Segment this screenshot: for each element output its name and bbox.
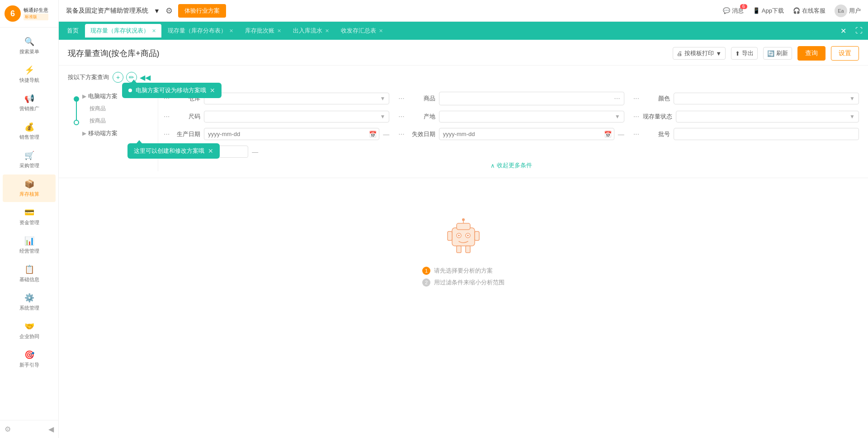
sidebar-item-basic[interactable]: 📋 基础信息: [3, 260, 56, 287]
add-icon: +: [116, 74, 120, 81]
header-right: 💬 消息 6 📱 App下载 🎧 在线客服 Ea 用户: [723, 5, 861, 17]
industry-btn[interactable]: 体验行业方案: [178, 4, 226, 18]
expire-date-from: 📅: [439, 128, 614, 140]
warehouse-select[interactable]: ▼: [204, 93, 389, 104]
tab-bar-close-btn[interactable]: ✕: [838, 26, 849, 36]
print-btn[interactable]: 🖨 按模板打印 ▼: [673, 47, 726, 60]
prod-date-dots[interactable]: ···: [164, 130, 170, 138]
filter-section: 按以下方案查询 + ✏ ◀◀ 电脑方案可设为移动方案哦 ✕: [59, 66, 868, 178]
color-dots[interactable]: ···: [633, 94, 639, 103]
search-menu-icon: 🔍: [24, 37, 34, 47]
export-btn[interactable]: ⬆ 导出: [731, 47, 758, 60]
sidebar-nav: 🔍 搜索菜单 ⚡ 快捷导航 📢 营销推广 💰 销售管理 🛒 采购管理 📦 库存核…: [0, 28, 58, 420]
sidebar-item-purchase[interactable]: 🛒 采购管理: [3, 146, 56, 174]
header-settings-icon[interactable]: ⚙: [165, 6, 173, 16]
tab-inventory-dist[interactable]: 现存量（库存分布表） ✕: [162, 24, 239, 38]
tab-recv-summary[interactable]: 收发存汇总表 ✕: [335, 24, 388, 38]
marketing-icon: 📢: [24, 94, 34, 104]
filter-arrow-btn[interactable]: ◀◀: [140, 73, 151, 82]
origin-select[interactable]: ▼: [439, 111, 624, 122]
origin-label: 产地: [408, 113, 435, 121]
svg-rect-9: [475, 231, 479, 240]
svg-rect-0: [452, 228, 475, 246]
schema-popup-close[interactable]: ✕: [210, 87, 215, 94]
size-dots[interactable]: ···: [164, 113, 170, 121]
collapse-btn[interactable]: ∧ 收起更多条件: [164, 158, 859, 171]
schema-popup-dot: [128, 89, 132, 92]
logo-text: 畅通好生意: [24, 7, 48, 14]
sidebar-item-label: 系统管理: [19, 305, 39, 311]
svg-rect-8: [448, 231, 452, 240]
color-select[interactable]: ▼: [674, 93, 859, 104]
prod-date-from-input[interactable]: [204, 128, 379, 140]
tab-close-inventory-dist[interactable]: ✕: [229, 28, 233, 34]
expire-date-dots[interactable]: ···: [398, 130, 404, 138]
tab-close-inventory-status[interactable]: ✕: [152, 28, 156, 34]
prod-date-from-calendar-icon[interactable]: 📅: [369, 131, 377, 138]
query-btn[interactable]: 查询: [797, 46, 826, 61]
sidebar-item-label: 快捷导航: [19, 77, 39, 84]
schema-edit-popup-close[interactable]: ✕: [208, 147, 213, 155]
tab-in-out-flow[interactable]: 出入库流水 ✕: [288, 24, 335, 38]
batch-input[interactable]: [674, 128, 859, 140]
header-dropdown[interactable]: ▼: [154, 7, 160, 14]
sidebar-item-system[interactable]: ⚙️ 系统管理: [3, 288, 56, 316]
sidebar-item-quick-nav[interactable]: ⚡ 快捷导航: [3, 61, 56, 88]
stock-status-select[interactable]: ▼: [676, 111, 859, 122]
collapse-sidebar-icon[interactable]: ◀: [48, 425, 54, 433]
print-dropdown-icon: ▼: [716, 50, 722, 57]
filter-add-btn[interactable]: +: [113, 72, 123, 83]
app-download-btn[interactable]: 📱 App下载: [753, 7, 784, 15]
sidebar-item-label: 营销推广: [19, 105, 39, 112]
messages-btn[interactable]: 💬 消息 6: [723, 7, 744, 15]
origin-dropdown-icon: ▼: [615, 113, 620, 120]
size-select[interactable]: ▼: [204, 111, 389, 122]
user-menu[interactable]: Ea 用户: [835, 5, 861, 17]
product-select[interactable]: ···: [439, 92, 624, 105]
tab-bar: 首页 现存量（库存状况表） ✕ 现存量（库存分布表） ✕ 库存批次账 ✕ 出入库…: [59, 22, 868, 40]
stock-status-dropdown-icon: ▼: [849, 113, 855, 120]
svg-rect-11: [466, 246, 470, 253]
tab-home[interactable]: 首页: [61, 24, 84, 38]
main-content: 装备及固定资产辅助管理系统 ▼ ⚙ 体验行业方案 💬 消息 6 📱 App下载 …: [59, 0, 868, 438]
sidebar-item-finance[interactable]: 💳 资金管理: [3, 203, 56, 231]
sidebar-item-enterprise[interactable]: 🤝 企业协同: [3, 317, 56, 344]
sidebar-item-guide[interactable]: 🎯 新手引导: [3, 345, 56, 373]
product-dots[interactable]: ···: [398, 94, 404, 103]
sidebar-item-sales[interactable]: 💰 销售管理: [3, 118, 56, 145]
batch-dots[interactable]: ···: [633, 130, 639, 138]
sidebar-item-inventory[interactable]: 📦 库存核算: [3, 174, 56, 202]
tree-item-mobile[interactable]: ▶ 移动端方案: [68, 127, 152, 140]
online-support-btn[interactable]: 🎧 在线客服: [793, 7, 826, 15]
top-header: 装备及固定资产辅助管理系统 ▼ ⚙ 体验行业方案 💬 消息 6 📱 App下载 …: [59, 0, 868, 22]
finance-icon: 💳: [24, 207, 34, 217]
stock-status-dots[interactable]: ···: [633, 113, 639, 121]
refresh-btn[interactable]: 🔄 刷新: [763, 47, 792, 60]
tip-num-2: 2: [422, 278, 430, 287]
settings-query-btn[interactable]: 设置: [831, 46, 859, 61]
sidebar-item-operations[interactable]: 📊 经营管理: [3, 231, 56, 259]
purchase-icon: 🛒: [24, 151, 34, 160]
tree-item-sub1[interactable]: 按商品: [68, 103, 152, 115]
expire-date-label: 失效日期: [408, 130, 435, 138]
settings-bottom-icon[interactable]: ⚙: [5, 425, 11, 433]
origin-dots[interactable]: ···: [398, 113, 404, 121]
tab-inventory-status[interactable]: 现存量（库存状况表） ✕: [85, 24, 161, 38]
sidebar-item-search-menu[interactable]: 🔍 搜索菜单: [3, 32, 56, 60]
sidebar-item-label: 基础信息: [19, 276, 39, 283]
tab-close-batch-account[interactable]: ✕: [277, 28, 281, 34]
tree-item-sub2[interactable]: 按商品: [68, 115, 152, 127]
tab-batch-account[interactable]: 库存批次账 ✕: [240, 24, 287, 38]
sidebar-item-marketing[interactable]: 📢 营销推广: [3, 89, 56, 117]
filter-right-panel: ··· 仓库 ▼ ··· 商品 ···: [164, 88, 859, 171]
warehouse-dropdown-icon: ▼: [380, 95, 385, 102]
tab-close-recv-summary[interactable]: ✕: [379, 28, 383, 34]
filter-row-size: ··· 尺码 ▼: [164, 111, 389, 122]
filter-row-origin: ··· 产地 ▼: [398, 111, 624, 122]
expire-date-from-calendar-icon[interactable]: 📅: [604, 131, 612, 138]
tab-close-in-out-flow[interactable]: ✕: [325, 28, 329, 34]
tab-bar-expand-btn[interactable]: ⛶: [853, 26, 865, 36]
expire-date-from-input[interactable]: [439, 128, 614, 140]
empty-tip-2: 2 用过滤条件来缩小分析范围: [422, 278, 505, 287]
size-dropdown-icon: ▼: [380, 113, 385, 120]
